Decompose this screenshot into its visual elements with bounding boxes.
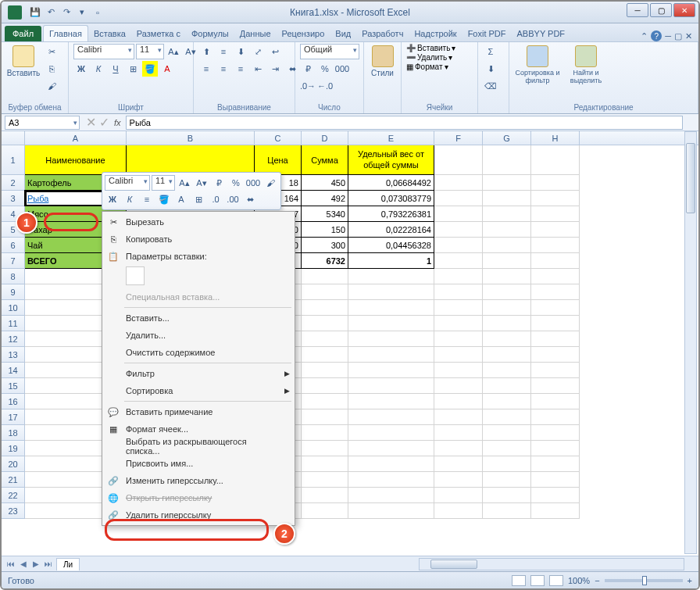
cell[interactable] (434, 378, 483, 394)
cell[interactable]: Наименование (25, 145, 127, 175)
cell[interactable] (302, 472, 348, 488)
cell[interactable] (348, 488, 434, 503)
view-normal-icon[interactable] (512, 575, 526, 586)
cell[interactable] (302, 347, 348, 363)
tab-formulas[interactable]: Формулы (186, 26, 234, 41)
zoom-out-icon[interactable]: − (595, 576, 599, 585)
mini-bold-icon[interactable]: Ж (105, 191, 120, 207)
indent-inc-icon[interactable]: ⇥ (267, 61, 283, 77)
cell[interactable]: 0,04456328 (348, 238, 434, 253)
save-icon[interactable]: 💾 (28, 5, 42, 20)
window-close-icon[interactable]: ✕ (685, 31, 692, 41)
cell[interactable] (302, 300, 348, 316)
ribbon-minimize-icon[interactable]: ⌃ (641, 31, 648, 41)
sheet-nav-next-icon[interactable]: ▶ (30, 560, 42, 568)
delete-cells-button[interactable]: ➖Удалить ▾ (406, 53, 452, 62)
row-header[interactable]: 7 (2, 253, 25, 269)
ctx-clear[interactable]: Очистить содержимое (102, 344, 295, 361)
align-right-icon[interactable]: ≡ (233, 61, 248, 77)
cell[interactable] (348, 316, 434, 331)
tab-file[interactable]: Файл (5, 26, 41, 41)
cell[interactable] (348, 300, 434, 316)
cell[interactable] (302, 425, 348, 441)
paste-option-button[interactable] (126, 266, 145, 285)
cell[interactable] (483, 363, 531, 378)
row-header[interactable]: 11 (2, 316, 25, 331)
maximize-button[interactable]: ▢ (650, 3, 672, 17)
cell[interactable] (531, 441, 580, 456)
tab-home[interactable]: Главная (43, 25, 88, 41)
mini-dec-dec-icon[interactable]: .00 (225, 191, 241, 207)
cell[interactable] (348, 472, 434, 488)
cell[interactable]: 492 (302, 191, 348, 206)
align-bottom-icon[interactable]: ⬇ (233, 44, 248, 59)
cell[interactable] (483, 347, 531, 363)
zoom-slider[interactable] (605, 579, 683, 582)
window-min-icon[interactable]: ─ (665, 31, 671, 41)
fx-icon[interactable]: fx (114, 118, 121, 127)
row-header[interactable]: 2 (2, 175, 25, 191)
horizontal-scrollbar[interactable] (419, 558, 684, 570)
cell[interactable] (531, 378, 580, 394)
mini-border-icon[interactable]: ⊞ (191, 191, 206, 207)
cell[interactable] (483, 456, 531, 472)
cell[interactable] (348, 378, 434, 394)
cell[interactable]: 5340 (302, 206, 348, 222)
tab-foxit[interactable]: Foxit PDF (462, 26, 512, 41)
name-box[interactable]: A3 (5, 116, 80, 130)
cell[interactable] (434, 238, 483, 253)
ctx-sort[interactable]: Сортировка▶ (102, 382, 295, 399)
cell[interactable]: 0,06684492 (348, 175, 434, 191)
cell[interactable] (434, 284, 483, 300)
cell[interactable] (348, 331, 434, 347)
underline-button[interactable]: Ч (108, 61, 123, 77)
cell[interactable] (434, 456, 483, 472)
tab-developer[interactable]: Разработч (356, 26, 409, 41)
cell[interactable] (483, 441, 531, 456)
row-header[interactable]: 19 (2, 441, 25, 456)
cell[interactable] (348, 394, 434, 409)
cell[interactable] (434, 222, 483, 238)
help-icon[interactable]: ? (651, 30, 662, 41)
qat-more-icon[interactable]: ▾ (75, 5, 89, 20)
row-header[interactable]: 23 (2, 503, 25, 519)
cell[interactable] (434, 331, 483, 347)
minimize-button[interactable]: ─ (627, 3, 648, 17)
ctx-dropdown[interactable]: Выбрать из раскрывающегося списка... (102, 438, 295, 455)
cell[interactable] (302, 503, 348, 519)
cell[interactable] (302, 394, 348, 409)
scroll-thumb[interactable] (686, 143, 695, 213)
cell[interactable] (531, 145, 580, 175)
cell[interactable] (348, 347, 434, 363)
ctx-delete[interactable]: Удалить... (102, 327, 295, 344)
cell[interactable] (434, 253, 483, 269)
clear-icon[interactable]: ⌫ (483, 78, 498, 94)
accept-formula-icon[interactable]: ✓ (99, 115, 109, 130)
cell[interactable] (434, 175, 483, 191)
ctx-remove-hyperlink[interactable]: 🔗Удалить гиперссылку (102, 506, 295, 524)
cell[interactable] (348, 503, 434, 519)
sheet-nav-first-icon[interactable]: ⏮ (5, 560, 17, 568)
cell[interactable]: Сумма (302, 145, 348, 175)
cell[interactable] (434, 316, 483, 331)
row-header[interactable]: 17 (2, 409, 25, 425)
col-header-B[interactable]: B (127, 131, 255, 145)
cell[interactable] (434, 347, 483, 363)
mini-merge-icon[interactable]: ⬌ (242, 191, 258, 207)
cell[interactable] (348, 441, 434, 456)
cell[interactable] (348, 363, 434, 378)
cell[interactable]: Цена (255, 145, 302, 175)
cell[interactable] (302, 316, 348, 331)
row-header[interactable]: 15 (2, 378, 25, 394)
col-header-F[interactable]: F (434, 131, 483, 145)
select-all-corner[interactable] (2, 131, 25, 145)
cell[interactable] (531, 269, 580, 284)
cell[interactable]: 1 (348, 253, 434, 269)
format-cells-button[interactable]: ▦Формат ▾ (406, 63, 448, 71)
cell[interactable] (483, 191, 531, 206)
currency-icon[interactable]: ₽ (300, 61, 316, 77)
col-header-E[interactable]: E (348, 131, 434, 145)
cell[interactable] (483, 472, 531, 488)
row-header[interactable]: 12 (2, 331, 25, 347)
vertical-scrollbar[interactable] (684, 131, 697, 554)
